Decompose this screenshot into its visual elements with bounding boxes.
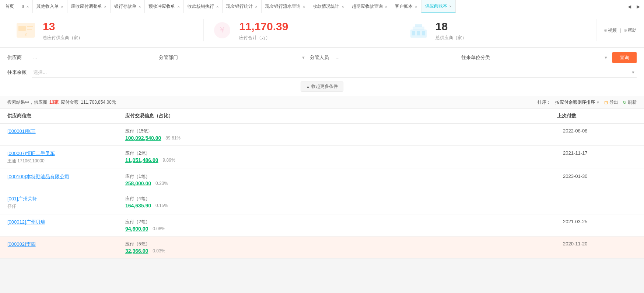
close-tab-cash-bank-stat[interactable]: × [255,4,257,9]
tx-percent-row1: 89.61% [165,135,181,141]
sort-select[interactable]: 按应付余额倒序排序 ▼ [555,99,600,106]
category-chevron-down-icon: ▼ [604,55,608,60]
svg-rect-12 [415,24,422,27]
result-amount-value: 111,703,854.00元 [81,99,116,106]
close-tab-collect-check[interactable]: × [216,4,218,9]
svg-rect-10 [417,31,420,35]
transaction-cell-row2: 应付（2笔） 11,051,486.00 9.89% [125,150,563,163]
summary-section: ¥ 13 总应付供应商（家） ¥ 11,170.39 应付合计（万） [0,13,644,48]
supplier-link-row6[interactable]: [000002]李四 [7,241,125,248]
tx-amount-row3[interactable]: 258,000.00 [125,180,151,186]
export-button[interactable]: ⊡ 导出 [604,99,618,106]
category-filter-select[interactable]: ▼ [492,52,610,63]
payable-suppliers-label: 总应付供应商（家） [43,35,83,41]
summary-card-total-payable: ¥ 11,170.39 应付合计（万） [204,19,400,41]
person-filter-input[interactable] [334,52,458,63]
supplier-link-row3[interactable]: [000100]本特勤油品有限公司 [7,173,125,180]
nav-left-arrow[interactable]: ◀ [625,0,634,13]
nav-tab-home[interactable]: 首页 [1,0,18,13]
close-tab-customer-account[interactable]: × [415,4,417,9]
video-link[interactable]: 视频 [608,27,617,34]
close-tab-other-income[interactable]: × [61,4,63,9]
close-tab-ap-adjust[interactable]: × [104,4,106,9]
close-tab-bank-deposit[interactable]: × [139,4,141,9]
tx-row2: 11,051,486.00 9.89% [125,157,563,163]
total-suppliers-count: 18 [435,20,466,33]
query-button[interactable]: 查询 [612,52,637,63]
person-filter-label: 分管人员 [310,54,332,61]
table-header: 供应商信息 应付交易信息（占比） 上次付数 [0,109,644,124]
close-tab-collect-stat[interactable]: × [342,4,344,9]
sort-label: 排序： [538,99,551,106]
total-suppliers-label: 总供应商（家） [435,35,466,41]
svg-text:¥: ¥ [24,32,27,37]
summary-info-total-suppliers: 18 总供应商（家） [435,20,466,41]
refresh-icon: ↻ [623,100,626,105]
nav-tab-overdue-query[interactable]: 超期应收款查询 × [348,0,391,13]
collapse-filter-button[interactable]: ▲ 收起更多条件 [301,82,344,92]
balance-chevron-down-icon: ▼ [631,70,635,75]
close-tab-cash-bank-flow[interactable]: × [303,4,305,9]
filter-item-category: 往来单位分类 ▼ [461,52,610,63]
help-link[interactable]: 帮助 [628,27,637,34]
video-circle-icon: ⊙ [604,28,607,33]
close-tab-3[interactable]: × [27,4,29,9]
nav-tab-ap-adjust[interactable]: 应收应付调整单 × [67,0,111,13]
total-payable-label: 应付合计（万） [239,35,288,41]
last-pay-cell-row1: 2022-08-08 [563,128,637,134]
dept-filter-select[interactable]: ▼ [183,52,307,63]
result-supplier-count: 13家 [49,99,59,106]
tx-row1: 100,092,540.00 89.61% [125,135,563,141]
table-row: [000001]张三 应付（15笔） 100,092,540.00 89.61%… [0,124,644,146]
nav-tab-cash-bank-stat[interactable]: 现金银行统计 × [223,0,261,13]
col-header-last-payment: 上次付数 [557,113,631,119]
data-table: 供应商信息 应付交易信息（占比） 上次付数 [000001]张三 应付（15笔）… [0,109,644,259]
nav-tab-collect-stat[interactable]: 收款情况统计 × [309,0,348,13]
dept-filter-label: 分管部门 [159,54,181,61]
tx-amount-row5[interactable]: 94,600.00 [125,226,148,232]
nav-tab-prepay-collect[interactable]: 预收冲应收单 × [145,0,183,13]
supplier-filter-input[interactable] [32,52,156,63]
supplier-link-row2[interactable]: [000007]恒旺二手叉车 [7,150,125,157]
nav-tab-bank-deposit[interactable]: 银行存款单 × [111,0,145,13]
nav-right-arrow[interactable]: ▶ [634,0,643,13]
supplier-link-row5[interactable]: [000012]广州贝瑞 [7,219,125,225]
tx-label-row4: 应付（4笔） [125,196,563,202]
collapse-up-icon: ▲ [306,85,310,89]
tx-amount-row2[interactable]: 11,051,486.00 [125,157,158,163]
tx-amount-row1[interactable]: 100,092,540.00 [125,135,161,141]
close-tab-overdue-query[interactable]: × [385,4,387,9]
close-tab-prepay-collect[interactable]: × [177,4,179,9]
result-prefix: 搜索结果中，供应商 [7,99,47,106]
top-navigation: 首页 3 × 其他收入单 × 应收应付调整单 × 银行存款单 × 预收冲应收单 … [0,0,644,13]
result-info-left: 搜索结果中，供应商 13家 应付金额 111,703,854.00元 [7,99,116,106]
nav-tab-cash-bank-flow[interactable]: 现金银行流水查询 × [262,0,309,13]
filter-item-supplier: 供应商 [7,52,156,63]
tx-amount-row6[interactable]: 32,366.00 [125,248,148,254]
nav-tab-supplier-account[interactable]: 供应商账本 × [421,0,456,13]
nav-tab-other-income[interactable]: 其他收入单 × [33,0,67,13]
total-payable-amount: 11,170.39 [239,20,288,33]
nav-tab-customer-account[interactable]: 客户账本 × [391,0,421,13]
filter-item-balance: 往来余额 选择... ▼ [7,67,637,78]
last-pay-date-row6: 2020-11-20 [563,241,588,247]
supplier-link-row4[interactable]: [001]广州荣轩 [7,196,125,202]
close-tab-supplier-account[interactable]: × [449,4,452,8]
tx-amount-row4[interactable]: 164,635.90 [125,203,151,208]
help-circle-icon: ⊙ [624,28,627,33]
supplier-link-row1[interactable]: [000001]张三 [7,128,125,135]
balance-filter-select[interactable]: 选择... ▼ [32,67,637,78]
supplier-cell-row4: [001]广州荣轩 仔仔 [7,196,125,210]
col-header-supplier: 供应商信息 [7,113,125,119]
table-body: [000001]张三 应付（15笔） 100,092,540.00 89.61%… [0,124,644,259]
table-row: [000007]恒旺二手叉车 王通 17106110000 应付（2笔） 11,… [0,146,644,169]
refresh-button[interactable]: ↻ 刷新 [623,99,637,106]
category-filter-label: 往来单位分类 [461,54,490,61]
collapse-filter-label: 收起更多条件 [311,83,338,90]
supplier-filter-label: 供应商 [7,54,29,61]
tx-label-row6: 应付（5笔） [125,241,563,247]
nav-tab-collect-check[interactable]: 收款核销执行 × [184,0,223,13]
nav-tab-3[interactable]: 3 × [18,0,33,13]
svg-rect-9 [412,31,415,35]
payable-suppliers-icon: ¥ [15,19,37,41]
